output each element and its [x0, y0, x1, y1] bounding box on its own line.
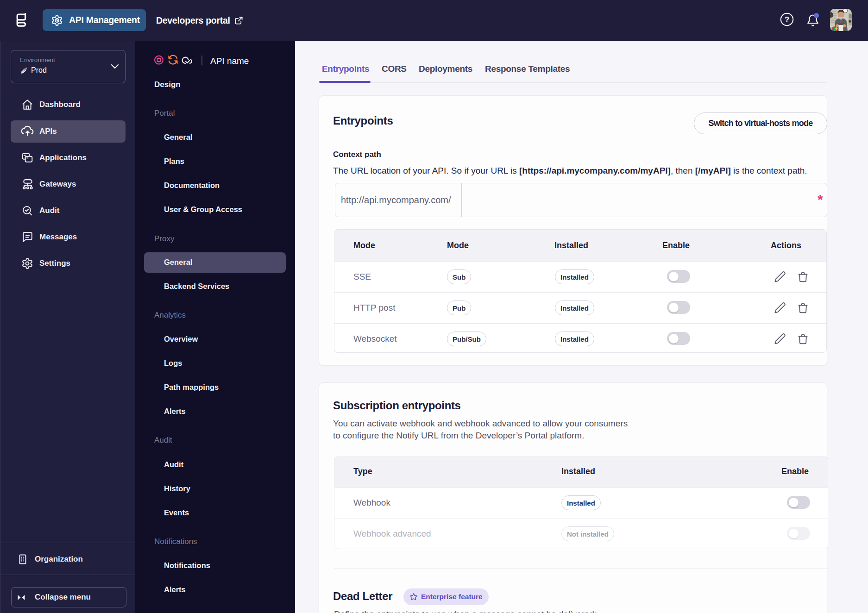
svg-text:?: ? — [785, 15, 789, 24]
